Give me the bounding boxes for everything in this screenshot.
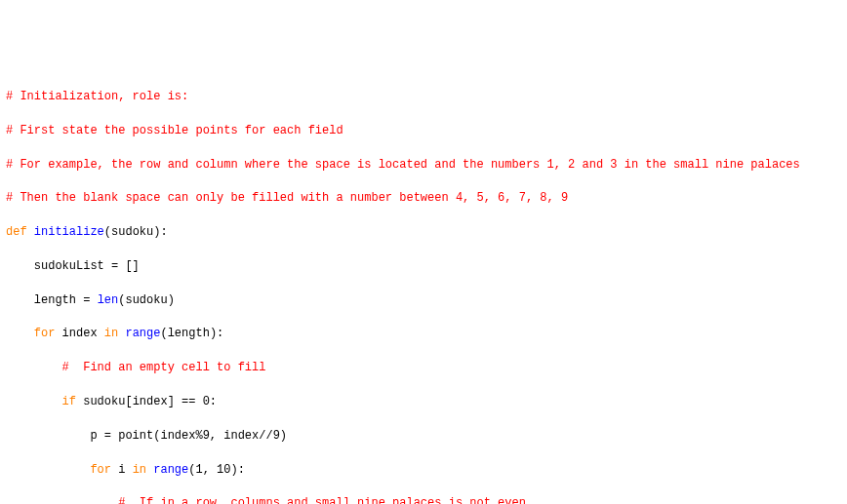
comment-line: # If in a row, columns and small nine pa… <box>6 495 841 504</box>
comment-line: # Find an empty cell to fill <box>6 360 841 376</box>
comment-line: # For example, the row and column where … <box>6 157 841 174</box>
code-line: for index in range(length): <box>6 326 841 342</box>
comment-line: # Then the blank space can only be fille… <box>6 190 841 207</box>
comment-line: # Initialization, role is: <box>6 89 841 105</box>
def-line: def initialize(sudoku): <box>6 224 841 241</box>
code-line: p = point(index%9, index//9) <box>6 428 841 445</box>
code-line: length = len(sudoku) <box>6 292 841 309</box>
code-line: for i in range(1, 10): <box>6 462 841 479</box>
code-line: if sudoku[index] == 0: <box>6 394 841 410</box>
code-block: # Initialization, role is: # First state… <box>6 72 841 504</box>
comment-line: # First state the possible points for ea… <box>6 123 841 139</box>
code-line: sudokuList = [] <box>6 258 841 275</box>
